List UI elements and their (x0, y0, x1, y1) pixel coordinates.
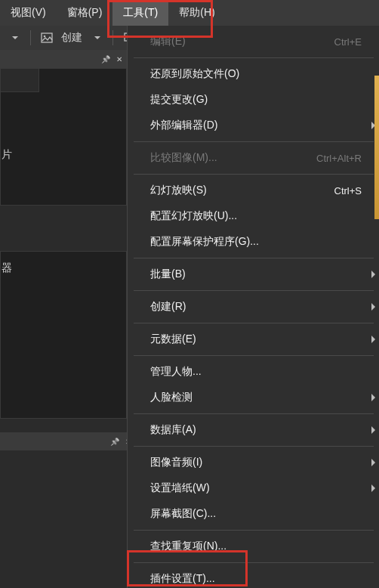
menu-item: 编辑(E)Ctrl+E (128, 29, 379, 54)
menu-separator (134, 530, 374, 531)
menu-item-label: 提交更改(G) (150, 93, 208, 107)
menu-item-label: 人脸检测 (150, 391, 193, 404)
tools-dropdown: 编辑(E)Ctrl+E还原到原始文件(O)提交更改(G)外部编辑器(D)比较图像… (127, 26, 379, 588)
menu-item: 比较图像(M)...Ctrl+Alt+R (128, 145, 379, 171)
menu-panes[interactable]: 窗格(P) (57, 0, 113, 26)
picture-add-icon[interactable] (40, 30, 55, 45)
panel-header-top (0, 50, 127, 68)
menu-item[interactable]: 配置屏幕保护程序(G)... (128, 229, 379, 255)
menu-item[interactable]: 查找重复项(N)... (128, 534, 379, 559)
menu-item-label: 管理人物... (150, 365, 202, 379)
menu-separator (134, 258, 374, 258)
panel-body-mid (0, 251, 127, 419)
menu-separator (134, 355, 374, 356)
menu-item[interactable]: 创建(R) (128, 294, 379, 320)
menu-item-label: 创建(R) (150, 300, 186, 314)
right-edge-strip (374, 76, 379, 219)
menu-item[interactable]: 图像音频(I) (128, 450, 379, 475)
menu-separator (134, 57, 374, 58)
menu-item-label: 配置幻灯放映(U)... (150, 209, 237, 223)
panel-body-top (0, 68, 127, 206)
close-icon[interactable] (116, 54, 122, 64)
svg-point-1 (44, 36, 46, 38)
menu-item-label: 插件设置(T)... (150, 572, 215, 586)
menu-separator (134, 446, 374, 447)
menu-item[interactable]: 屏幕截图(C)... (128, 501, 379, 527)
menu-item[interactable]: 配置幻灯放映(U)... (128, 203, 379, 229)
menu-item-label: 批量(B) (150, 268, 186, 281)
menu-item[interactable]: 提交更改(G) (128, 87, 379, 113)
menu-item-label: 屏幕截图(C)... (150, 507, 216, 521)
menu-separator (134, 413, 374, 414)
menu-item[interactable]: 设置墙纸(W) (128, 475, 379, 501)
menu-item-label: 比较图像(M)... (150, 151, 217, 165)
pin-icon[interactable] (110, 436, 119, 447)
menu-item-label: 元数据(E) (150, 333, 196, 346)
menu-separator (134, 290, 374, 291)
menu-item[interactable]: 还原到原始文件(O) (128, 61, 379, 87)
menu-separator (134, 174, 374, 175)
menu-item[interactable]: 外部编辑器(D) (128, 113, 379, 138)
left-fragment-label-2: 器 (2, 262, 12, 275)
menu-item-label: 配置屏幕保护程序(G)... (150, 235, 259, 249)
menu-item[interactable]: 批量(B) (128, 262, 379, 287)
menu-separator (134, 562, 374, 563)
toolbar-separator (112, 30, 113, 45)
menu-item[interactable]: 幻灯放映(S)Ctrl+S (128, 178, 379, 203)
menubar: 视图(V) 窗格(P) 工具(T) 帮助(H) (0, 0, 379, 26)
menu-item[interactable]: 元数据(E) (128, 326, 379, 352)
tools-menu-list: 编辑(E)Ctrl+E还原到原始文件(O)提交更改(G)外部编辑器(D)比较图像… (128, 26, 379, 588)
menu-item[interactable]: 人脸检测 (128, 385, 379, 410)
pin-icon[interactable] (101, 54, 110, 64)
left-fragment-label-1: 片 (2, 148, 12, 162)
menu-separator (134, 323, 374, 323)
dropdown-caret-icon[interactable] (6, 30, 21, 45)
menu-item-label: 设置墙纸(W) (150, 481, 210, 495)
menu-item-label: 幻灯放映(S) (150, 184, 207, 197)
dropdown-caret-icon[interactable] (88, 30, 103, 45)
menu-tools[interactable]: 工具(T) (112, 0, 168, 26)
menu-item-label: 编辑(E) (150, 35, 186, 48)
menu-item[interactable]: 管理人物... (128, 359, 379, 385)
panel-header-bottom (0, 432, 136, 450)
menu-item-label: 还原到原始文件(O) (150, 67, 239, 81)
menu-item-label: 外部编辑器(D) (150, 119, 217, 132)
left-panels: 片 器 (0, 50, 127, 588)
menu-view[interactable]: 视图(V) (0, 0, 57, 26)
menu-item-shortcut: Ctrl+S (334, 185, 362, 197)
toolbar-separator (30, 30, 31, 45)
panel-notch (1, 69, 39, 92)
menu-item[interactable]: 插件设置(T)... (128, 566, 379, 588)
menu-help[interactable]: 帮助(H) (168, 0, 225, 26)
toolbar-create-label[interactable]: 创建 (61, 31, 82, 45)
menu-item-label: 查找重复项(N)... (150, 540, 226, 553)
menu-item-shortcut: Ctrl+E (334, 36, 362, 48)
menu-item-shortcut: Ctrl+Alt+R (316, 153, 362, 164)
menu-item[interactable]: 数据库(A) (128, 417, 379, 443)
menu-item-label: 数据库(A) (150, 423, 196, 437)
menu-item-label: 图像音频(I) (150, 456, 202, 469)
menu-separator (134, 141, 374, 142)
